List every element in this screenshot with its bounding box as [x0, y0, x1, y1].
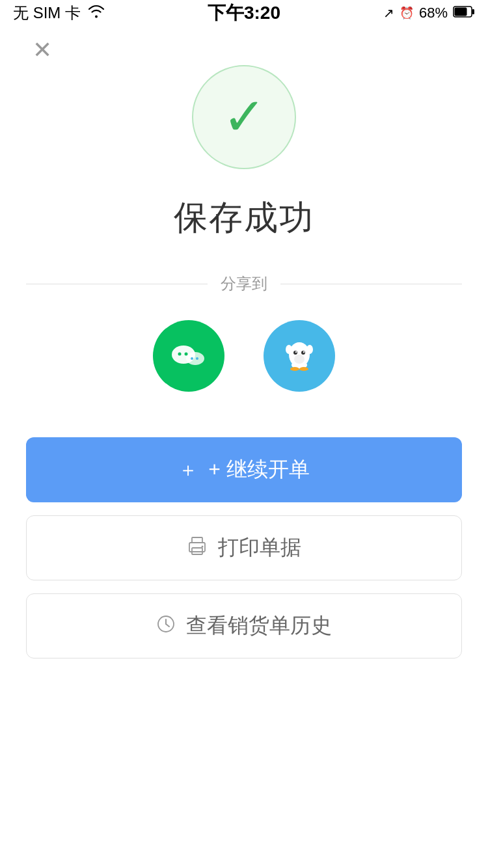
- continue-label: + 继续开单: [208, 455, 310, 484]
- alarm-icon: ⏰: [400, 6, 414, 20]
- plus-icon: ＋: [178, 457, 198, 483]
- wechat-share-button[interactable]: [153, 320, 224, 392]
- wifi-icon: [87, 4, 105, 22]
- svg-rect-2: [455, 8, 467, 16]
- wechat-icon: [168, 335, 210, 377]
- success-title: 保存成功: [174, 195, 314, 241]
- divider-line-right: [280, 284, 462, 284]
- svg-point-19: [290, 367, 299, 371]
- svg-point-4: [186, 352, 204, 365]
- status-right: ↗ ⏰ 68%: [383, 5, 475, 21]
- svg-rect-23: [192, 548, 202, 554]
- share-divider: 分享到: [0, 273, 488, 294]
- continue-button[interactable]: ＋ + 继续开单: [26, 437, 462, 502]
- status-bar: 无 SIM 卡 下午3:20 ↗ ⏰ 68%: [0, 0, 488, 26]
- history-label: 查看销货单历史: [186, 612, 332, 640]
- svg-point-6: [185, 353, 188, 356]
- svg-point-18: [294, 355, 305, 364]
- no-sim-text: 无 SIM 卡: [13, 3, 81, 23]
- svg-point-12: [301, 351, 305, 355]
- svg-point-5: [178, 353, 182, 356]
- svg-point-17: [306, 345, 313, 354]
- svg-point-16: [286, 345, 292, 354]
- print-label: 打印单据: [218, 534, 301, 562]
- svg-line-27: [166, 624, 169, 627]
- svg-point-13: [295, 351, 297, 353]
- location-icon: ↗: [383, 5, 394, 21]
- success-circle: ✓: [192, 65, 296, 169]
- print-button[interactable]: 打印单据: [26, 515, 462, 580]
- printer-icon: [187, 536, 208, 560]
- main-content: ✓ 保存成功 分享到: [0, 26, 488, 658]
- status-left: 无 SIM 卡: [13, 3, 105, 23]
- clock-icon: [156, 614, 176, 638]
- svg-rect-1: [472, 9, 475, 14]
- svg-point-8: [196, 357, 198, 360]
- close-button[interactable]: ✕: [26, 34, 59, 66]
- divider-line-left: [26, 284, 208, 284]
- qq-share-button[interactable]: [264, 320, 335, 392]
- history-button[interactable]: 查看销货单历史: [26, 593, 462, 658]
- share-icons: [153, 320, 335, 392]
- share-to-label: 分享到: [208, 273, 280, 294]
- status-time: 下午3:20: [208, 1, 280, 25]
- battery-percent: 68%: [419, 5, 448, 21]
- svg-point-24: [202, 545, 204, 547]
- close-icon: ✕: [33, 36, 52, 64]
- svg-point-7: [191, 357, 193, 360]
- svg-point-14: [303, 351, 305, 353]
- svg-point-11: [293, 351, 297, 355]
- svg-point-20: [299, 367, 308, 371]
- svg-rect-22: [192, 537, 202, 543]
- battery-icon: [453, 5, 475, 21]
- qq-icon: [280, 335, 318, 377]
- action-buttons: ＋ + 继续开单 打印单据: [0, 437, 488, 658]
- checkmark-icon: ✓: [223, 91, 266, 143]
